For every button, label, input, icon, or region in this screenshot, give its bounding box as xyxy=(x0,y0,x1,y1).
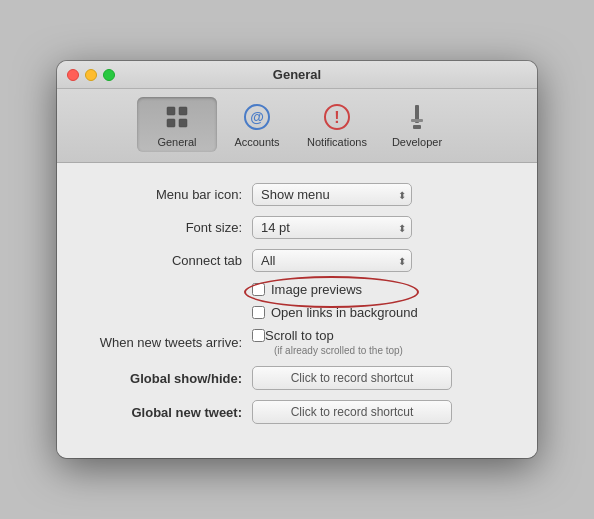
font-size-label: Font size: xyxy=(87,220,242,235)
accounts-label: Accounts xyxy=(234,136,279,148)
toolbar-item-general[interactable]: General xyxy=(137,97,217,152)
connect-tab-row: Connect tab All None Custom ⬍ xyxy=(87,249,507,272)
when-tweets-top: Scroll to top xyxy=(252,328,403,343)
content-area: Menu bar icon: Show menu Show icon Hide … xyxy=(57,163,537,458)
svg-rect-9 xyxy=(411,119,423,122)
when-tweets-content: Scroll to top (if already scrolled to th… xyxy=(252,328,403,356)
connect-tab-label: Connect tab xyxy=(87,253,242,268)
toolbar-item-developer[interactable]: Developer xyxy=(377,97,457,152)
developer-icon xyxy=(401,101,433,133)
when-tweets-row: When new tweets arrive: Scroll to top (i… xyxy=(87,328,507,356)
maximize-button[interactable] xyxy=(103,69,115,81)
notifications-icon: ! xyxy=(321,101,353,133)
toolbar-item-accounts[interactable]: @ Accounts xyxy=(217,97,297,152)
open-links-row: Open links in background xyxy=(87,305,507,320)
scroll-to-top-label: Scroll to top xyxy=(265,328,334,343)
traffic-lights xyxy=(67,69,115,81)
notifications-label: Notifications xyxy=(307,136,367,148)
developer-label: Developer xyxy=(392,136,442,148)
scroll-hint: (if already scrolled to the top) xyxy=(274,345,403,356)
font-size-row: Font size: 14 pt 12 pt 16 pt 18 pt ⬍ xyxy=(87,216,507,239)
menu-bar-icon-row: Menu bar icon: Show menu Show icon Hide … xyxy=(87,183,507,206)
window-title: General xyxy=(273,67,321,82)
image-previews-label: Image previews xyxy=(271,282,362,297)
image-previews-checkbox[interactable] xyxy=(252,283,265,296)
global-show-hide-label: Global show/hide: xyxy=(87,371,242,386)
general-icon xyxy=(161,101,193,133)
titlebar: General xyxy=(57,61,537,89)
toolbar-item-notifications[interactable]: ! Notifications xyxy=(297,97,377,152)
svg-rect-2 xyxy=(179,107,187,115)
menu-bar-icon-label: Menu bar icon: xyxy=(87,187,242,202)
svg-rect-0 xyxy=(167,107,175,115)
svg-text:@: @ xyxy=(250,109,264,125)
svg-rect-10 xyxy=(413,125,421,129)
minimize-button[interactable] xyxy=(85,69,97,81)
global-show-hide-button[interactable]: Click to record shortcut xyxy=(252,366,452,390)
app-window: General General @ Accounts xyxy=(57,61,537,458)
global-new-tweet-row: Global new tweet: Click to record shortc… xyxy=(87,400,507,424)
svg-text:!: ! xyxy=(334,109,339,126)
menu-bar-icon-select[interactable]: Show menu Show icon Hide xyxy=(252,183,412,206)
global-new-tweet-button[interactable]: Click to record shortcut xyxy=(252,400,452,424)
open-links-label: Open links in background xyxy=(271,305,418,320)
font-size-select-wrapper: 14 pt 12 pt 16 pt 18 pt ⬍ xyxy=(252,216,412,239)
accounts-icon: @ xyxy=(241,101,273,133)
global-show-hide-row: Global show/hide: Click to record shortc… xyxy=(87,366,507,390)
image-previews-row: Image previews xyxy=(87,282,507,297)
open-links-checkbox[interactable] xyxy=(252,306,265,319)
scroll-to-top-checkbox[interactable] xyxy=(252,329,265,342)
when-tweets-label: When new tweets arrive: xyxy=(87,335,242,350)
image-preview-highlight-container: Image previews xyxy=(252,282,362,297)
font-size-select[interactable]: 14 pt 12 pt 16 pt 18 pt xyxy=(252,216,412,239)
connect-tab-select-wrapper: All None Custom ⬍ xyxy=(252,249,412,272)
menu-bar-icon-select-wrapper: Show menu Show icon Hide ⬍ xyxy=(252,183,412,206)
connect-tab-select[interactable]: All None Custom xyxy=(252,249,412,272)
general-label: General xyxy=(157,136,196,148)
toolbar: General @ Accounts ! Notifications xyxy=(57,89,537,163)
global-new-tweet-label: Global new tweet: xyxy=(87,405,242,420)
close-button[interactable] xyxy=(67,69,79,81)
svg-rect-3 xyxy=(179,119,187,127)
svg-rect-1 xyxy=(167,119,175,127)
